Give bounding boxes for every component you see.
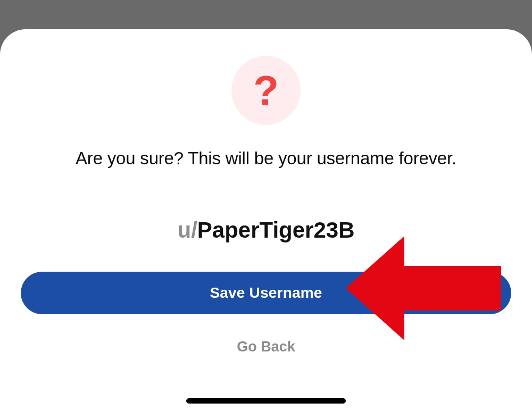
save-username-button[interactable]: Save Username [21, 272, 511, 314]
username-prefix: u/ [177, 217, 197, 243]
username-value: PaperTiger23B [197, 217, 355, 243]
question-mark-icon: ? [253, 70, 279, 111]
confirm-username-sheet: ? Are you sure? This will be your userna… [0, 29, 532, 411]
home-indicator[interactable] [186, 398, 346, 404]
go-back-button[interactable]: Go Back [237, 339, 295, 355]
confirm-message: Are you sure? This will be your username… [54, 148, 478, 169]
question-icon-circle: ? [231, 56, 301, 125]
username-display: u/ PaperTiger23B [177, 217, 354, 243]
